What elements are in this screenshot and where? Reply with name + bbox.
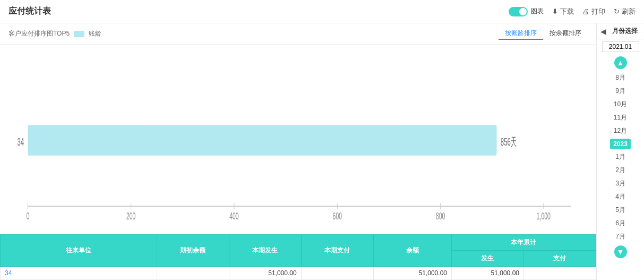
month-item-3[interactable]: 3月 xyxy=(608,177,633,190)
cell-payment xyxy=(301,267,373,280)
cell-occurrence: 51,000.00 xyxy=(229,267,301,280)
cell-vendor: 34 xyxy=(1,267,157,280)
month-item-8[interactable]: 8月 xyxy=(608,71,633,84)
cell-ytd-payment xyxy=(523,267,596,280)
svg-text:800: 800 xyxy=(436,210,445,222)
col-vendor: 往来单位 xyxy=(1,235,157,267)
month-item-4[interactable]: 4月 xyxy=(608,190,633,203)
refresh-icon: ↻ xyxy=(614,7,620,15)
sort-by-age-button[interactable]: 按账龄排序 xyxy=(499,28,543,40)
svg-text:200: 200 xyxy=(126,210,135,222)
legend-box xyxy=(74,31,84,37)
cell-opening xyxy=(157,267,229,280)
svg-text:600: 600 xyxy=(333,210,342,222)
svg-text:34: 34 xyxy=(17,135,24,148)
sidebar-collapse-button[interactable]: ◀ xyxy=(599,27,607,36)
print-icon: 🖨 xyxy=(582,7,589,15)
year-badge-2023[interactable]: 2023 xyxy=(610,139,631,149)
chart-legend: 客户应付排序图TOP5 账龄 xyxy=(8,29,101,38)
month-item-2[interactable]: 2月 xyxy=(608,164,633,177)
svg-text:856天: 856天 xyxy=(501,135,517,148)
vendor-link[interactable]: 34 xyxy=(5,269,12,277)
svg-text:400: 400 xyxy=(229,210,238,222)
toggle-label: 图表 xyxy=(531,7,544,16)
month-item-6[interactable]: 6月 xyxy=(608,217,633,230)
svg-rect-1 xyxy=(28,125,496,155)
month-item-1[interactable]: 1月 xyxy=(608,150,633,164)
col-opening: 期初余额 xyxy=(157,235,229,267)
col-payment: 本期支付 xyxy=(301,235,373,267)
table-row: 34 51,000.00 51,000.00 51,000.00 xyxy=(1,267,596,280)
month-item-7[interactable]: 7月 xyxy=(608,230,633,243)
cell-ytd-occurrence: 51,000.00 xyxy=(451,267,523,280)
page-title: 应付统计表 xyxy=(8,6,51,17)
sort-buttons: 按账龄排序 按余额排序 xyxy=(499,28,588,40)
month-item-12[interactable]: 12月 xyxy=(608,124,633,138)
download-icon: ⬇ xyxy=(552,7,558,15)
month-item-11[interactable]: 11月 xyxy=(608,111,633,124)
year-input[interactable] xyxy=(602,41,639,52)
month-item-9[interactable]: 9月 xyxy=(608,84,633,98)
sidebar-title: 月份选择 xyxy=(607,27,642,36)
month-sidebar: ◀ 月份选择 ▲ 8月 9月 10月 11月 12月 2023 1月 2月 3月… xyxy=(596,23,644,280)
month-item-10[interactable]: 10月 xyxy=(608,98,633,111)
col-balance: 余额 xyxy=(373,235,451,267)
sort-by-balance-button[interactable]: 按余额排序 xyxy=(543,28,588,40)
cell-balance: 51,000.00 xyxy=(373,267,451,280)
scroll-down-button[interactable]: ▼ xyxy=(614,245,627,258)
col-ytd-label: 本年累计 xyxy=(451,235,596,251)
data-table: 往来单位 期初余额 本期发生 本期支付 余额 本年累计 发生 支付 xyxy=(0,234,596,280)
months-list: 8月 9月 10月 11月 12月 2023 1月 2月 3月 4月 5月 6月… xyxy=(608,71,633,243)
chart-toggle-wrap: 图表 xyxy=(509,7,544,16)
sidebar-nav: ▲ 8月 9月 10月 11月 12月 2023 1月 2月 3月 4月 5月 … xyxy=(597,54,644,260)
svg-text:1,000: 1,000 xyxy=(537,210,551,222)
refresh-button[interactable]: ↻ 刷新 xyxy=(614,7,636,16)
month-item-5[interactable]: 5月 xyxy=(608,203,633,217)
chart-toggle[interactable] xyxy=(509,7,528,16)
col-ytd-occurrence: 发生 xyxy=(451,251,523,267)
svg-text:0: 0 xyxy=(26,210,29,222)
col-ytd-payment: 支付 xyxy=(523,251,596,267)
col-occurrence: 本期发生 xyxy=(229,235,301,267)
scroll-up-button[interactable]: ▲ xyxy=(614,56,627,69)
chart-area: 34 856天 0 200 400 600 xyxy=(0,45,596,234)
print-button[interactable]: 🖨 打印 xyxy=(582,7,605,16)
download-button[interactable]: ⬇ 下载 xyxy=(552,7,574,16)
